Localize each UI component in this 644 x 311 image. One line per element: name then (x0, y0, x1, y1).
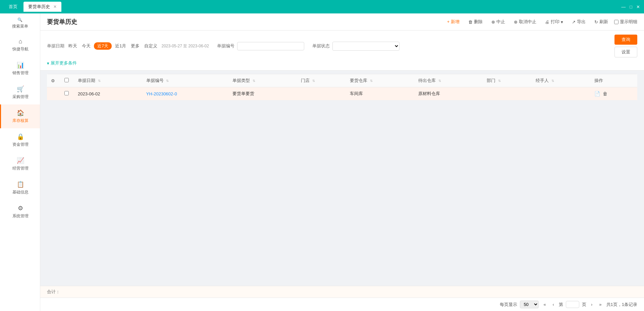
show-detail-checkbox[interactable]: 显示明细 (614, 19, 637, 25)
sidebar-item-operation[interactable]: 📈 经营管理 (0, 152, 40, 176)
cancel-stop-label: 取消中止 (519, 19, 536, 25)
sidebar-item-sales[interactable]: 📊 销售管理 (0, 57, 40, 81)
col-store[interactable]: 门店 ⇅ (297, 74, 346, 87)
tab-close-icon[interactable]: ✕ (53, 4, 57, 9)
sort-req-warehouse-icon: ⇅ (370, 79, 373, 83)
setting-button[interactable]: 设置 (614, 47, 637, 57)
filter-row-1: 单据日期 昨天 今天 近7天 近1月 更多 自定义 2023-05-27 至 2… (47, 35, 637, 57)
page-input-label: 第 (559, 302, 563, 308)
row-select-checkbox[interactable] (64, 91, 69, 95)
search-icon: 🔍 (17, 17, 22, 22)
sidebar-item-quick-nav[interactable]: ⌂ 快捷导航 (0, 33, 40, 57)
expand-more-btn[interactable]: ▾ 展开更多条件 (47, 60, 637, 66)
tab-requisition-history[interactable]: 要货单历史 ✕ (23, 2, 61, 12)
print-icon: 🖨 (545, 19, 549, 25)
pagination: 每页显示 50 10 20 100 « ‹ 第 1 页 › » 共1页，1条记录 (40, 298, 644, 311)
export-button[interactable]: ↗ 导出 (569, 17, 588, 26)
date-range-display: 2023-05-27 至 2023-06-02 (161, 43, 209, 49)
refresh-label: 刷新 (599, 19, 608, 25)
col-actions: 操作 (590, 74, 637, 87)
page-title: 要货单历史 (47, 18, 77, 26)
sidebar-item-inventory[interactable]: 🏠 库存核算 (0, 104, 40, 128)
row-doc-type: 要货单要货 (228, 87, 297, 100)
finance-icon: 🔒 (17, 133, 24, 140)
doc-number-input[interactable] (237, 42, 304, 50)
refresh-button[interactable]: ↻ 刷新 (592, 17, 611, 26)
stop-button[interactable]: ⊗ 中止 (489, 17, 508, 26)
sidebar-item-label: 采购管理 (12, 94, 29, 100)
query-button[interactable]: 查询 (614, 35, 637, 45)
select-all-checkbox[interactable] (64, 78, 69, 82)
col-doc-number[interactable]: 单据编号 ⇅ (142, 74, 229, 87)
tab-home-label: 首页 (9, 4, 17, 10)
data-table: ⚙ 单据日期 ⇅ 单据编号 ⇅ 单据类型 (47, 74, 637, 100)
sort-pending-warehouse-icon: ⇅ (438, 79, 441, 83)
col-doc-type-label: 单据类型 (232, 78, 250, 83)
sidebar-item-finance[interactable]: 🔒 资金管理 (0, 128, 40, 152)
row-req-warehouse: 车间库 (346, 87, 414, 100)
sort-store-icon: ⇅ (312, 79, 315, 83)
doc-number-link[interactable]: YH-20230602-0 (146, 91, 177, 96)
doc-number-label: 单据编号 (217, 43, 234, 49)
col-department-label: 部门 (487, 78, 495, 83)
date-opt-last-month[interactable]: 近1月 (114, 42, 127, 50)
per-page-select[interactable]: 50 10 20 100 (520, 301, 539, 308)
row-delete-icon[interactable]: 🗑 (603, 91, 607, 96)
row-pending-warehouse: 原材料仓库 (414, 87, 483, 100)
maximize-icon[interactable]: □ (630, 4, 632, 9)
date-opt-last7days[interactable]: 近7天 (94, 42, 112, 50)
filter-buttons: 查询 设置 (614, 35, 637, 57)
export-label: 导出 (577, 19, 586, 25)
sidebar-item-purchase[interactable]: 🛒 采购管理 (0, 81, 40, 104)
date-opt-today[interactable]: 今天 (80, 42, 92, 50)
date-opt-yesterday[interactable]: 昨天 (67, 42, 78, 50)
stop-icon: ⊗ (491, 19, 495, 25)
table-row: 2023-06-02 YH-20230602-0 要货单要货 车间库 原材料仓库 (47, 87, 637, 100)
col-pending-warehouse-label: 待出仓库 (418, 78, 436, 83)
tab-home[interactable]: 首页 (4, 2, 22, 12)
col-doc-date[interactable]: 单据日期 ⇅ (74, 74, 142, 87)
doc-status-select[interactable] (332, 42, 399, 51)
next-page-btn[interactable]: › (589, 301, 594, 308)
row-settings (47, 87, 60, 100)
delete-label: 删除 (474, 19, 483, 25)
col-req-warehouse-label: 要货仓库 (350, 78, 367, 83)
date-opt-more[interactable]: 更多 (129, 42, 141, 50)
col-department[interactable]: 部门 ⇅ (483, 74, 532, 87)
row-doc-date: 2023-06-02 (74, 87, 142, 100)
sidebar-item-basic-info[interactable]: 📋 基础信息 (0, 176, 40, 200)
inventory-icon: 🏠 (17, 109, 24, 117)
last-page-btn[interactable]: » (597, 301, 603, 308)
sidebar-item-system[interactable]: ⚙ 系统管理 (0, 200, 40, 224)
row-handler (532, 87, 590, 100)
cancel-stop-button[interactable]: ⊗ 取消中止 (511, 17, 539, 26)
row-edit-icon[interactable]: 📄 (594, 91, 600, 96)
sidebar-item-label: 销售管理 (12, 70, 29, 76)
page-suffix: 页 (582, 302, 586, 308)
first-page-btn[interactable]: « (541, 301, 548, 308)
sidebar-search[interactable]: 🔍 搜索菜单 (0, 13, 40, 33)
page-number-input[interactable]: 1 (566, 301, 579, 308)
col-doc-type[interactable]: 单据类型 ⇅ (228, 74, 297, 87)
sort-doc-number-icon: ⇅ (166, 79, 169, 83)
show-detail-input[interactable] (614, 20, 619, 24)
delete-icon: 🗑 (468, 19, 473, 25)
date-opt-custom[interactable]: 自定义 (143, 42, 159, 50)
row-actions: 📄 🗑 (590, 87, 637, 100)
col-pending-warehouse[interactable]: 待出仓库 ⇅ (414, 74, 483, 87)
minimize-icon[interactable]: — (621, 4, 626, 9)
per-page-label: 每页显示 (500, 302, 517, 308)
col-req-warehouse[interactable]: 要货仓库 ⇅ (346, 74, 414, 87)
close-window-icon[interactable]: ✕ (636, 4, 640, 9)
col-handler[interactable]: 经手人 ⇅ (532, 74, 590, 87)
delete-button[interactable]: 🗑 删除 (466, 17, 485, 26)
new-button[interactable]: + 新增 (444, 17, 462, 26)
main-layout: 🔍 搜索菜单 ⌂ 快捷导航 📊 销售管理 🛒 采购管理 🏠 库存核算 🔒 资金管… (0, 13, 644, 311)
prev-page-btn[interactable]: ‹ (551, 301, 556, 308)
tab-requisition-label: 要货单历史 (28, 4, 50, 10)
row-department (483, 87, 532, 100)
print-button[interactable]: 🖨 打印 ▾ (542, 17, 566, 26)
filter-doc-status: 单据状态 (312, 42, 399, 51)
footer-summary: 合计： (40, 286, 644, 298)
date-filter-label: 单据日期 (47, 43, 64, 49)
